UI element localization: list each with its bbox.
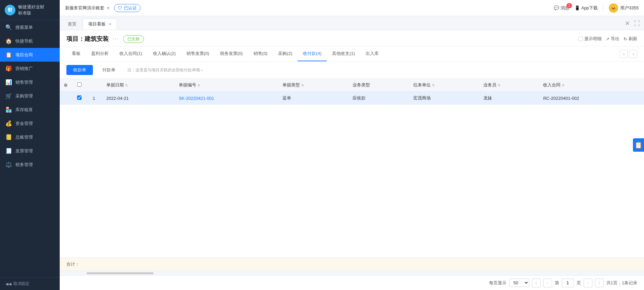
show-detail-checkbox[interactable]: 显示明细 xyxy=(578,36,602,42)
contract-icon: 📋 xyxy=(5,52,12,58)
subnav-sales-invoice[interactable]: 销售发票(0) xyxy=(181,47,215,61)
next-page-button[interactable]: › xyxy=(584,279,592,287)
col-num xyxy=(86,79,102,92)
workspace-selector[interactable]: 新服务官网演示账套 ▼ xyxy=(65,5,110,11)
col-partner[interactable]: 往来单位 ⇅ xyxy=(409,79,479,92)
avatar: 🐱 xyxy=(609,3,618,13)
tab-project-board[interactable]: 项目看板 ✕ xyxy=(83,18,117,30)
export-icon: ↗ xyxy=(606,37,609,42)
row-num: 1 xyxy=(86,92,102,105)
row-code: SK-20220421-001 xyxy=(175,92,278,105)
tab-home[interactable]: 首页 xyxy=(62,18,82,30)
unpin-button[interactable]: ◀◀ 取消固定 xyxy=(0,277,60,290)
expand-button[interactable]: ⛶ xyxy=(633,19,641,28)
col-income-contract[interactable]: 收入合同 ⇅ xyxy=(539,79,644,92)
tab-close-icon[interactable]: ✕ xyxy=(108,22,111,26)
last-page-button[interactable]: ⟩ xyxy=(595,279,604,287)
first-page-button[interactable]: ⟨ xyxy=(532,279,541,287)
more-options-button[interactable]: ··· xyxy=(113,36,119,42)
select-all-checkbox[interactable] xyxy=(77,82,82,87)
subnav-profit[interactable]: 盈利分析 xyxy=(86,47,114,61)
row-checkbox-cell[interactable] xyxy=(73,92,86,105)
row-code-link[interactable]: SK-20220421-001 xyxy=(179,96,214,101)
page-suffix: 页 xyxy=(577,280,581,286)
sidebar-scroll: 🔍 搜索菜单 🏠 快捷导航 📋 项目合同 🎁 营销推广 📊 销售管理 🛒 采购管… xyxy=(0,20,60,277)
table-settings-header[interactable]: ⚙ xyxy=(60,79,73,92)
per-page-select[interactable]: 50 10 20 100 xyxy=(509,279,529,287)
subnav-income-contract[interactable]: 收入合同(1) xyxy=(114,47,148,61)
payment-tab-button[interactable]: 付款单 xyxy=(96,65,122,75)
close-all-tabs-button[interactable]: ✕ xyxy=(624,18,631,28)
sidebar-item-finance[interactable]: 💰 资金管理 xyxy=(0,117,60,130)
gift-icon: 🎁 xyxy=(5,65,12,72)
app-download-button[interactable]: 📱 App下载 xyxy=(575,5,598,11)
app-download-label: App下载 xyxy=(581,5,598,11)
status-badge: 已生效 xyxy=(123,35,144,43)
sidebar-item-marketing[interactable]: 🎁 营销推广 xyxy=(0,62,60,75)
message-button[interactable]: 💬 消息 1 xyxy=(554,5,569,11)
subnav-arrows: ‹ › xyxy=(620,50,637,58)
sidebar-item-invoice[interactable]: 🧾 发票管理 xyxy=(0,144,60,158)
col-salesman[interactable]: 业务员 ⇅ xyxy=(479,79,539,92)
subnav-tax-invoice[interactable]: 税务发票(0) xyxy=(215,47,248,61)
subnav-sales[interactable]: 销售(0) xyxy=(248,47,273,61)
subnav-receipt[interactable]: 收付款(4) xyxy=(298,47,327,61)
subnav-next-button[interactable]: › xyxy=(629,50,637,58)
refresh-button[interactable]: ↻ 刷新 xyxy=(624,36,637,42)
scrollbar-row[interactable] xyxy=(60,271,644,275)
pagination: 每页显示 50 10 20 100 ⟨ ‹ 第 页 › ⟩ 共1页，1条记录 xyxy=(60,275,644,290)
message-badge: 1 xyxy=(567,3,572,8)
inventory-icon: 🏪 xyxy=(5,106,12,113)
sort-contract-icon: ⇅ xyxy=(562,83,565,87)
subnav-purchase[interactable]: 采购(2) xyxy=(273,47,298,61)
subnav-income-confirm[interactable]: 收入确认(2) xyxy=(148,47,181,61)
workspace-name: 新服务官网演示账套 xyxy=(65,5,104,11)
sidebar-item-purchase[interactable]: 🛒 采购管理 xyxy=(0,89,60,103)
sidebar-item-contract[interactable]: 📋 项目合同 xyxy=(0,48,60,62)
ledger-icon: 📒 xyxy=(5,134,12,140)
invoice-icon: 🧾 xyxy=(5,148,12,154)
sidebar-item-tax[interactable]: ⚖️ 税务管理 xyxy=(0,158,60,171)
page-title: 项目：建筑安装 xyxy=(66,35,109,43)
topbar: 新服务官网演示账套 ▼ 🛡 已认证 💬 消息 1 📱 App下载 🐱 用户335… xyxy=(60,0,644,16)
sidebar-item-ledger[interactable]: 📒 总账管理 xyxy=(0,130,60,144)
verified-badge: 🛡 已认证 xyxy=(114,4,141,12)
sidebar-item-sales[interactable]: 📊 销售管理 xyxy=(0,75,60,89)
table-footer: 合计： xyxy=(60,258,644,271)
table-row[interactable]: 1 2022-04-21 SK-20220421-001 蓝单 应收款 宏茂商场… xyxy=(60,92,644,105)
subnav-prev-button[interactable]: ‹ xyxy=(620,50,628,58)
sidebar-item-search[interactable]: 🔍 搜索菜单 xyxy=(0,20,60,34)
row-income-contract: RC-20220401-002 xyxy=(539,92,644,105)
export-button[interactable]: ↗ 导出 xyxy=(606,36,620,42)
right-tool-panel[interactable]: 📋 xyxy=(633,138,644,152)
table-checkbox-header[interactable] xyxy=(73,79,86,92)
sidebar-logo: 财 畅捷通好业财 标准版 xyxy=(0,0,60,20)
subnav-inout[interactable]: 出入库 xyxy=(360,47,384,61)
settings-icon: ⚙ xyxy=(64,83,68,88)
user-menu[interactable]: 🐱 用户3355 xyxy=(609,3,639,13)
row-salesman: 龙妹 xyxy=(479,92,539,105)
message-icon: 💬 xyxy=(554,5,559,10)
row-checkbox[interactable] xyxy=(77,95,82,100)
sidebar-item-inventory[interactable]: 🏪 库存核算 xyxy=(0,103,60,117)
finance-icon: 💰 xyxy=(5,120,12,127)
page-header: 项目：建筑安装 ··· 已生效 显示明细 ↗ 导出 ↻ 刷新 xyxy=(60,30,644,47)
col-code[interactable]: 单据编号 ⇅ xyxy=(175,79,278,92)
col-type[interactable]: 单据类型 ⇅ xyxy=(278,79,348,92)
subnav-kanban[interactable]: 看板 xyxy=(66,47,86,61)
page-input[interactable] xyxy=(562,279,574,287)
app-logo-icon: 财 xyxy=(5,5,15,15)
sub-navigation: 看板 盈利分析 收入合同(1) 收入确认(2) 销售发票(0) 税务发票(0) … xyxy=(60,47,644,62)
horizontal-scrollbar[interactable] xyxy=(87,272,154,274)
home-icon: 🏠 xyxy=(5,38,12,44)
prev-page-button[interactable]: ‹ xyxy=(543,279,552,287)
topbar-right: 💬 消息 1 📱 App下载 🐱 用户3355 xyxy=(554,3,639,13)
subnav-other-expense[interactable]: 其他收支(1) xyxy=(327,47,360,61)
receipt-tab-button[interactable]: 收款单 xyxy=(66,65,93,75)
table-section: 收款单 付款单 注：这里是与项目关联的全部收付款单哦～ ⚙ xyxy=(60,62,644,290)
main-content: 新服务官网演示账套 ▼ 🛡 已认证 💬 消息 1 📱 App下载 🐱 用户335… xyxy=(60,0,644,290)
col-date[interactable]: 单据日期 ⇅ xyxy=(102,79,175,92)
right-tool-icon: 📋 xyxy=(634,141,643,149)
page-label: 第 xyxy=(555,280,559,286)
sidebar-item-quick[interactable]: 🏠 快捷导航 xyxy=(0,34,60,48)
